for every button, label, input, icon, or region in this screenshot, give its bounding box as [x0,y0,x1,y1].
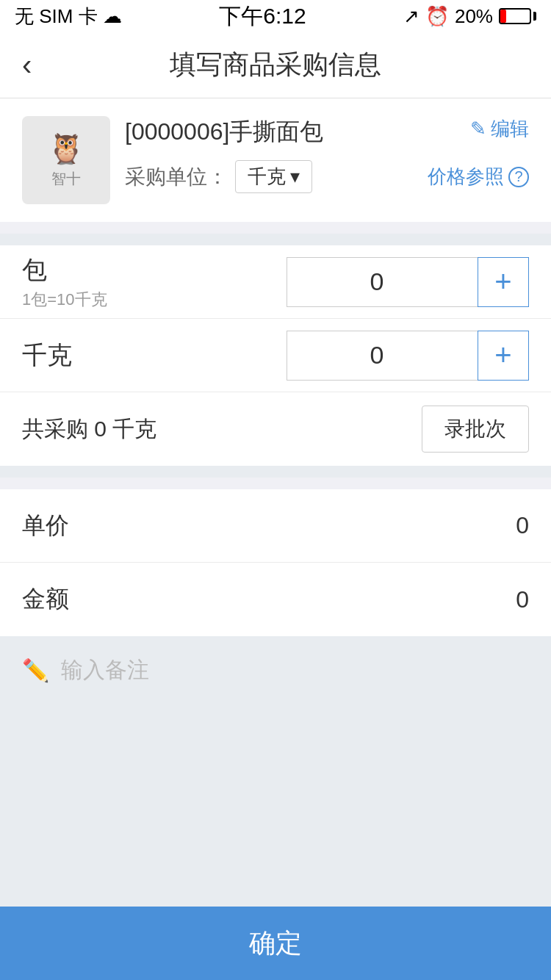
pack-plus-button[interactable]: + [478,257,529,307]
divider-2 [0,466,551,478]
amount-value: 0 [516,586,529,613]
input-section: 包 1包=10千克 + 千克 + 共采购 0 千克 录批次 [0,245,551,466]
divider-1 [0,234,551,245]
price-ref-button[interactable]: 价格参照 ? [428,164,529,190]
amount-row: 金额 0 [0,563,551,636]
edit-label: 编辑 [491,116,529,142]
status-right: ↗ ⏰ 20% [403,5,536,28]
kg-label: 千克 [22,339,110,372]
pack-label-group: 包 1包=10千克 [22,253,110,311]
page-title: 填写商品采购信息 [170,47,381,83]
pack-sublabel: 1包=10千克 [22,289,110,311]
kg-input-row: 千克 + [0,319,551,392]
confirm-button[interactable]: 确定 [0,907,551,980]
amount-label: 金额 [22,583,69,616]
unit-label: 采购单位： 千克 ▾ [125,160,312,193]
brand-text: 智十 [51,169,81,189]
unit-value: 千克 [248,164,286,190]
notes-section[interactable]: ✏️ 输入备注 [0,636,551,705]
notes-placeholder: 输入备注 [61,655,149,685]
dropdown-icon: ▾ [290,165,300,188]
status-bar: 无 SIM 卡 ☁ 下午6:12 ↗ ⏰ 20% [0,0,551,32]
price-ref-label: 价格参照 [428,164,504,190]
status-network: 无 SIM 卡 ☁ [15,4,122,29]
edit-icon: ✎ [470,118,486,140]
product-section: 🦉 智十 [0000006]手撕面包 ✎ 编辑 采购单位： 千克 ▾ 价格参照 … [0,98,551,222]
batch-button[interactable]: 录批次 [422,406,529,453]
pack-label: 包 [22,253,110,287]
unit-row: 采购单位： 千克 ▾ 价格参照 ? [125,160,529,193]
kg-qty-input[interactable] [287,331,478,381]
location-icon: ↗ [403,5,419,28]
summary-text: 共采购 0 千克 [22,414,156,444]
product-image: 🦉 智十 [22,116,110,204]
owl-icon: 🦉 [48,131,84,166]
unit-price-row: 单价 0 [0,489,551,563]
price-section: 单价 0 金额 0 [0,489,551,636]
kg-plus-button[interactable]: + [478,331,529,381]
unit-price-value: 0 [516,512,529,539]
summary-row: 共采购 0 千克 录批次 [0,392,551,466]
edit-button[interactable]: ✎ 编辑 [470,116,529,142]
product-name: [0000006]手撕面包 [125,116,323,148]
alarm-icon: ⏰ [425,5,449,28]
pencil-icon: ✏️ [22,657,49,683]
product-info: [0000006]手撕面包 ✎ 编辑 采购单位： 千克 ▾ 价格参照 ? [125,116,529,193]
battery-indicator [499,8,536,24]
pack-input-row: 包 1包=10千克 + [0,245,551,319]
battery-percent: 20% [455,5,493,28]
kg-input-group: + [287,331,529,381]
unit-price-label: 单价 [22,510,69,542]
back-button[interactable]: ‹ [22,48,32,82]
help-icon: ? [508,167,529,187]
pack-input-group: + [287,257,529,307]
product-name-row: [0000006]手撕面包 ✎ 编辑 [125,116,529,148]
pack-qty-input[interactable] [287,257,478,307]
page-header: ‹ 填写商品采购信息 [0,32,551,98]
unit-select[interactable]: 千克 ▾ [235,160,312,193]
kg-label-group: 千克 [22,339,110,372]
unit-label-text: 采购单位： [125,163,228,191]
status-time: 下午6:12 [219,1,306,32]
